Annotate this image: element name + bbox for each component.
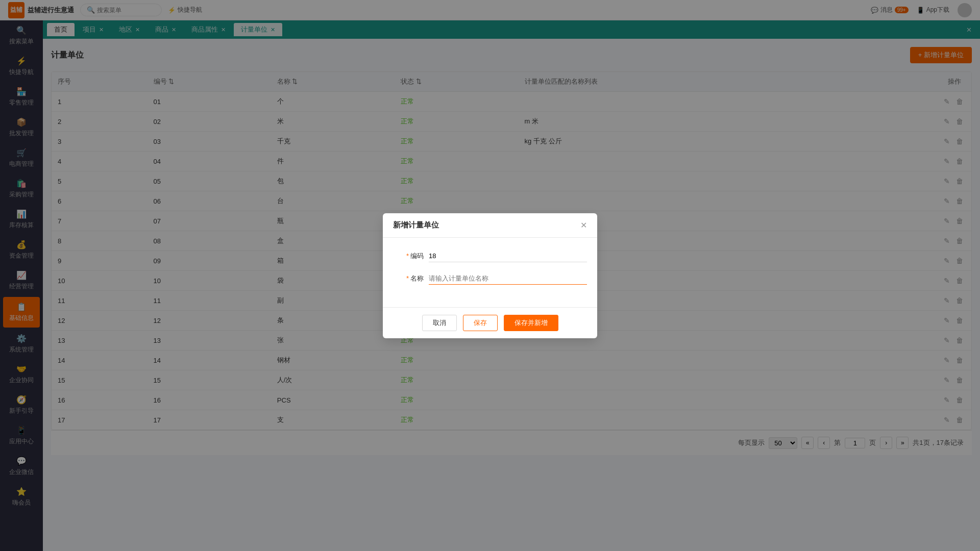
code-label: 编码 [393,252,424,261]
name-label: 名称 [393,274,424,283]
modal-title: 新增计量单位 [393,220,439,230]
form-row-name: 名称 [393,272,587,285]
modal-close-button[interactable]: ✕ [580,220,587,230]
cancel-button[interactable]: 取消 [422,315,457,331]
add-unit-modal: 新增计量单位 ✕ 编码 18 名称 取消 保存 保存并新增 [383,213,597,338]
modal-footer: 取消 保存 保存并新增 [383,307,597,338]
code-input[interactable]: 18 [429,250,587,262]
modal-body: 编码 18 名称 [383,238,597,307]
save-button[interactable]: 保存 [463,315,498,331]
modal-header: 新增计量单位 ✕ [383,213,597,238]
name-input[interactable] [429,272,587,285]
modal-overlay[interactable]: 新增计量单位 ✕ 编码 18 名称 取消 保存 保存并新增 [0,0,980,551]
save-add-button[interactable]: 保存并新增 [504,315,558,331]
form-row-code: 编码 18 [393,250,587,262]
